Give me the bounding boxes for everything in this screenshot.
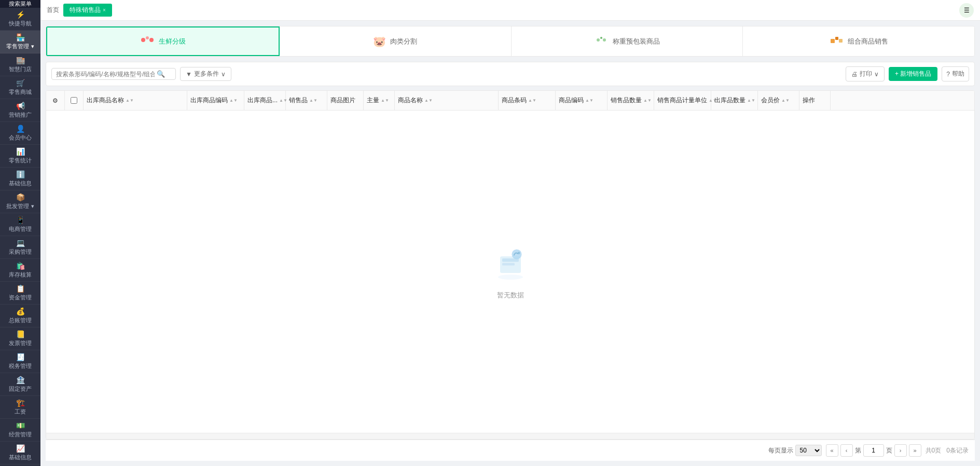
sidebar-item-retail-stats[interactable]: 📊 零售统计	[0, 145, 40, 168]
topbar-right: ☰	[959, 3, 974, 18]
sort-arrows-sale-qty[interactable]: ▲▼	[643, 99, 652, 103]
th-settings[interactable]: ⚙	[46, 91, 65, 110]
first-page-button[interactable]: «	[826, 444, 838, 457]
cat-tab-combo-sale[interactable]: 组合商品销售	[743, 26, 974, 56]
sidebar-item-purchase-mgmt[interactable]: 🛍️ 库存核算	[0, 259, 40, 282]
table-body: 暂无数据	[46, 111, 974, 433]
salary-icon: 💵	[16, 421, 25, 430]
filter-button[interactable]: ▼ 更多条件 ∨	[180, 67, 231, 81]
sidebar-item-label: 库存核算	[9, 271, 32, 279]
sidebar-item-label: 固定资产	[9, 385, 32, 393]
sidebar-item-member-center[interactable]: 👤 会员中心	[0, 122, 40, 145]
print-arrow-icon: ∨	[874, 71, 879, 78]
sidebar-item-general-ledger[interactable]: 📒 发票管理	[0, 327, 40, 350]
sidebar-logo[interactable]: 搜索菜单	[0, 0, 40, 8]
sort-arrows-goods-name[interactable]: ▲▼	[424, 99, 433, 103]
horizontal-scrollbar[interactable]	[46, 433, 974, 439]
th-member-price: 会员价 ▲▼	[758, 91, 799, 110]
sidebar-item-smart-store[interactable]: 🏬 智慧门店	[0, 53, 40, 76]
sidebar-item-tax-mgmt[interactable]: 🏦 固定资产	[0, 373, 40, 396]
sidebar-item-label: 快捷导航	[9, 20, 32, 28]
sidebar-item-ecom-mgmt[interactable]: 💻 采购管理	[0, 236, 40, 259]
total-pages: 共0页	[926, 447, 942, 454]
page-nav: « ‹ 第 页 › »	[826, 444, 921, 457]
toggle-sidebar-button[interactable]: ☰	[959, 3, 974, 18]
search-icon[interactable]: 🔍	[157, 70, 165, 78]
th-goods-name: 商品名称 ▲▼	[395, 91, 499, 110]
th-goods-code: 商品编码 ▲▼	[556, 91, 608, 110]
table-header: ⚙ 出库商品名称 ▲▼ 出库商品编码 ▲▼ 出库商品... ▲▼	[46, 91, 974, 111]
add-sales-item-button[interactable]: + 新增销售品	[889, 67, 937, 81]
sidebar-item-ops-mgmt[interactable]: 📈 基础信息	[0, 442, 40, 464]
sort-arrows-out-qty[interactable]: ▲▼	[747, 99, 755, 103]
sidebar-item-mini-ecom[interactable]: 📱 电商管理	[0, 213, 40, 236]
sidebar-item-invoice-mgmt[interactable]: 🧾 税务管理	[0, 350, 40, 373]
sidebar-logo-text: 搜索菜单	[9, 0, 32, 8]
th-sale-item-label: 销售品	[289, 96, 308, 105]
sidebar-item-finance[interactable]: 💰 总账管理	[0, 305, 40, 327]
page-label: 页	[886, 446, 892, 455]
sidebar-item-inventory[interactable]: 📋 资金管理	[0, 282, 40, 305]
print-button[interactable]: 🖨 打印 ∨	[846, 66, 885, 81]
th-out-qty: 出库品数量 ▲▼	[711, 91, 758, 110]
invoice-mgmt-icon: 🧾	[16, 353, 25, 361]
sidebar-item-quick-nav[interactable]: ⚡ 快捷导航	[0, 8, 40, 31]
quick-nav-icon: ⚡	[16, 10, 25, 19]
filter-label: 更多条件	[194, 70, 219, 78]
sort-arrows[interactable]: ▲▼	[126, 99, 134, 103]
sidebar-item-label: 零售统计	[9, 157, 32, 165]
th-sale-unit-label: 销售商品计量单位	[657, 96, 707, 105]
active-tab-label: 特殊销售品	[70, 6, 101, 15]
svg-point-3	[597, 38, 600, 42]
prev-page-button[interactable]: ‹	[840, 444, 853, 457]
th-sale-unit: 销售商品计量单位 ▲▼	[654, 91, 711, 110]
per-page-label: 每页显示	[768, 446, 793, 455]
sidebar-item-salary[interactable]: 💵 经营管理	[0, 419, 40, 442]
svg-point-4	[600, 37, 602, 39]
home-link[interactable]: 首页	[47, 6, 59, 15]
help-button[interactable]: ? 帮助	[942, 66, 969, 81]
sort-arrows-sale[interactable]: ▲▼	[309, 99, 318, 103]
sidebar: 搜索菜单 ⚡ 快捷导航 🏪 零售管理 ▾ 🏬 智慧门店 🛒 零售商城 📢 营销推…	[0, 0, 40, 466]
cat-tab-weight-pack[interactable]: 称重预包装商品	[512, 26, 743, 56]
sidebar-item-label: 总账管理	[9, 317, 32, 324]
toolbar: 🔍 ▼ 更多条件 ∨ 🖨 打印 ∨ + 新增销售品 ? 帮助	[46, 62, 975, 86]
search-input[interactable]	[56, 71, 155, 78]
search-box: 🔍	[51, 68, 176, 80]
member-center-icon: 👤	[16, 125, 25, 133]
sort-arrows-member-price[interactable]: ▲▼	[781, 99, 790, 103]
ops-mgmt-icon: 📈	[16, 444, 25, 453]
th-out-sub-label: 出库商品...	[247, 96, 278, 105]
sidebar-item-wholesale-mgmt[interactable]: 📦 批发管理 ▾	[0, 190, 40, 213]
sidebar-item-retail-mgmt[interactable]: 🏪 零售管理 ▾	[0, 31, 40, 53]
th-out-name-label: 出库商品名称	[87, 96, 124, 105]
tab-close-icon[interactable]: ×	[103, 7, 106, 13]
sort-arrows-unit[interactable]: ▲▼	[381, 99, 389, 103]
general-ledger-icon: 📒	[16, 330, 25, 338]
svg-point-13	[512, 249, 521, 259]
cat-tab-combo-sale-label: 组合商品销售	[848, 37, 888, 46]
select-all-checkbox[interactable]	[71, 97, 77, 104]
svg-rect-6	[831, 39, 835, 43]
sort-arrows-goods-code[interactable]: ▲▼	[585, 99, 593, 103]
last-page-button[interactable]: »	[909, 444, 921, 457]
th-out-name: 出库商品名称 ▲▼	[84, 91, 187, 110]
cat-tab-fresh-grade[interactable]: 生鲜分级	[46, 26, 280, 56]
sidebar-item-basic-info[interactable]: ℹ️ 基础信息	[0, 168, 40, 190]
sidebar-item-label: 经营管理	[9, 431, 32, 438]
sort-arrows-barcode[interactable]: ▲▼	[528, 99, 536, 103]
next-page-button[interactable]: ›	[894, 444, 907, 457]
sort-arrows-code[interactable]: ▲▼	[229, 99, 238, 103]
per-page-select[interactable]: 10 20 50 100	[795, 445, 822, 456]
th-sale-item: 销售品 ▲▼	[286, 91, 327, 110]
sidebar-item-retail-mall[interactable]: 🛒 零售商城	[0, 76, 40, 99]
retail-mall-icon: 🛒	[16, 79, 25, 87]
th-checkbox[interactable]	[65, 91, 84, 110]
table-container: ⚙ 出库商品名称 ▲▼ 出库商品编码 ▲▼ 出库商品... ▲▼	[46, 90, 975, 440]
sidebar-item-label: 工资	[15, 408, 26, 416]
cat-tab-meat-cut[interactable]: 🐷 肉类分割	[280, 26, 512, 56]
sidebar-item-marketing[interactable]: 📢 营销推广	[0, 99, 40, 122]
active-tab[interactable]: 特殊销售品 ×	[63, 4, 112, 17]
page-number-input[interactable]	[863, 444, 884, 457]
sidebar-item-fixed-assets[interactable]: 🏗️ 工资	[0, 396, 40, 419]
